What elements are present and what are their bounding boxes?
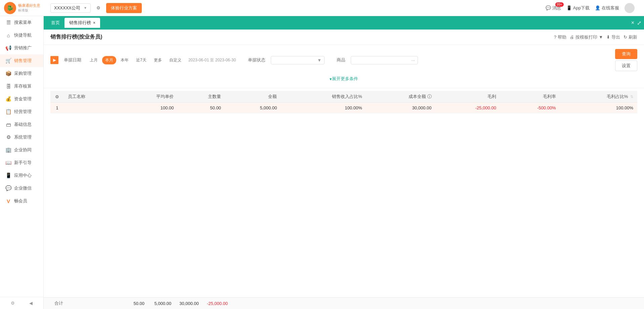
sidebar-item-member[interactable]: V 畅会员 bbox=[0, 195, 43, 207]
window-maximize-button[interactable]: ⤢ bbox=[637, 20, 641, 26]
sidebar-item-finance[interactable]: 💰 资金管理 bbox=[0, 93, 43, 105]
tab-right-actions: × ⤢ bbox=[631, 20, 641, 26]
date-pill-this-month[interactable]: 本月 bbox=[102, 56, 116, 64]
header-actions: ? 帮助 🖨 按模板打印 ▼ ⬇ 导出 ↻ bbox=[554, 34, 637, 40]
app-download-button[interactable]: 📱 App下载 bbox=[566, 5, 590, 11]
cell-amount: 5,000.00 bbox=[225, 103, 281, 113]
cost-info-icon[interactable]: ⓘ bbox=[427, 94, 432, 99]
top-right-area: 💬 消息 99+ 📱 App下载 👤 在线客服 bbox=[546, 3, 640, 13]
footer-gross: -25,000.00 bbox=[203, 301, 232, 306]
window-close-button[interactable]: × bbox=[631, 20, 634, 26]
logo-text: 畅康通好生意 bbox=[18, 3, 40, 8]
member-icon: V bbox=[5, 198, 11, 204]
footer-quantity: 50.00 bbox=[122, 301, 148, 306]
app-center-icon: 📱 bbox=[5, 172, 11, 178]
query-button[interactable]: 查询 bbox=[615, 49, 637, 59]
sidebar-item-app-center[interactable]: 📱 应用中心 bbox=[0, 169, 43, 182]
template-print-button[interactable]: 🖨 按模板打印 ▼ bbox=[570, 34, 603, 40]
col-quantity: 主数量 bbox=[178, 91, 225, 103]
date-pill-last-month[interactable]: 上月 bbox=[87, 56, 101, 64]
settings-icon[interactable]: ⚙ bbox=[93, 3, 103, 13]
tab-home[interactable]: 首页 bbox=[46, 18, 65, 28]
date-pill-more[interactable]: 更多 bbox=[151, 56, 165, 64]
message-badge: 99+ bbox=[555, 2, 564, 7]
expand-more-conditions[interactable]: ▾ 展开更多条件 bbox=[50, 74, 637, 84]
table-row: 1 100.00 50.00 5,000.00 100.00% 30,000.0… bbox=[50, 103, 637, 113]
sidebar-item-enterprise[interactable]: 🏢 企业协同 bbox=[0, 144, 43, 156]
sidebar-item-system[interactable]: ⚙ 系统管理 bbox=[0, 131, 43, 144]
cell-gross-rate: -500.00% bbox=[500, 103, 560, 113]
sidebar-item-search[interactable]: ☰ 搜索菜单 bbox=[0, 16, 43, 29]
sidebar-item-marketing[interactable]: 📢 营销推广 bbox=[0, 42, 43, 54]
chevron-down-icon: ▼ bbox=[84, 6, 87, 10]
col-avg-price: 平均单价 bbox=[121, 91, 178, 103]
finance-icon: 💰 bbox=[5, 96, 11, 102]
logo-area: 🐉 畅康通好生意 标准版 bbox=[4, 2, 48, 14]
sidebar-item-label: 应用中心 bbox=[14, 172, 32, 178]
cell-sales-pct: 100.00% bbox=[281, 103, 366, 113]
date-range: 2023-06-01 至 2023-06-30 bbox=[188, 57, 236, 63]
tab-sales-ranking[interactable]: 销售排行榜 × bbox=[65, 18, 100, 28]
tab-home-label: 首页 bbox=[51, 20, 60, 26]
settings-button[interactable]: 设置 bbox=[615, 60, 637, 71]
sidebar-item-label: 采购管理 bbox=[14, 70, 32, 76]
col-gross-pct: 毛利占比% ⇅ bbox=[560, 91, 637, 103]
footer-amount: 5,000.00 bbox=[148, 301, 175, 306]
sidebar-item-label: 基础信息 bbox=[14, 121, 32, 127]
page-title: 销售排行榜(按业务员) bbox=[50, 34, 554, 41]
filter-collapse-arrow[interactable]: ▶ bbox=[50, 56, 58, 64]
sidebar-item-purchase[interactable]: 📦 采购管理 bbox=[0, 67, 43, 80]
basic-info-icon: 🗃 bbox=[5, 122, 11, 127]
guide-icon: 📖 bbox=[5, 160, 11, 166]
sidebar-settings-icon[interactable]: ⚙ bbox=[11, 301, 15, 306]
top-bar: 🐉 畅康通好生意 标准版 XXXXXX公司 ▼ ⚙ 体验行业方案 💬 消息 99… bbox=[0, 0, 644, 16]
date-pill-this-year[interactable]: 本年 bbox=[118, 56, 132, 64]
help-button[interactable]: ? 帮助 bbox=[554, 34, 566, 40]
sidebar-item-label: 系统管理 bbox=[14, 134, 32, 140]
gross-pct-sort-icon[interactable]: ⇅ bbox=[630, 95, 633, 99]
company-name: XXXXXX公司 bbox=[54, 5, 82, 11]
goods-select[interactable]: ··· bbox=[351, 56, 418, 64]
refresh-button[interactable]: ↻ 刷新 bbox=[624, 34, 637, 40]
sidebar-item-guide[interactable]: 📖 新手引导 bbox=[0, 156, 43, 169]
online-service-button[interactable]: 👤 在线客服 bbox=[595, 5, 619, 11]
cell-name bbox=[64, 103, 121, 113]
sidebar-item-quick-nav[interactable]: ⌂ 快捷导航 bbox=[0, 29, 43, 42]
trial-button[interactable]: 体验行业方案 bbox=[106, 3, 142, 13]
col-cost: 成本全额 ⓘ bbox=[366, 91, 436, 103]
sidebar-item-inventory[interactable]: 🗄 库存核算 bbox=[0, 80, 43, 93]
sidebar-item-label: 快捷导航 bbox=[14, 32, 32, 38]
app-download-label: App下载 bbox=[573, 5, 590, 11]
enterprise-icon: 🏢 bbox=[5, 147, 11, 153]
export-button[interactable]: ⬇ 导出 bbox=[606, 34, 620, 40]
system-icon: ⚙ bbox=[5, 134, 11, 140]
tab-close-icon[interactable]: × bbox=[93, 20, 95, 25]
template-print-label: 按模板打印 bbox=[575, 34, 597, 40]
sidebar-item-label: 库存核算 bbox=[14, 83, 32, 89]
sidebar-collapse-icon[interactable]: ◀ bbox=[29, 301, 33, 306]
sidebar-item-basic-info[interactable]: 🗃 基础信息 bbox=[0, 118, 43, 131]
expand-icon: ▾ bbox=[330, 76, 332, 82]
sidebar-item-label: 销售管理 bbox=[14, 58, 32, 64]
expand-label: 展开更多条件 bbox=[332, 76, 358, 82]
table-footer: 合计 50.00 5,000.00 30,000.00 -25,000.00 bbox=[44, 297, 644, 309]
print-icon: 🖨 bbox=[570, 35, 574, 40]
sidebar-item-operations[interactable]: 📋 经营管理 bbox=[0, 105, 43, 118]
service-icon: 👤 bbox=[595, 5, 600, 10]
cell-avg-price: 100.00 bbox=[121, 103, 178, 113]
avatar[interactable] bbox=[625, 3, 635, 13]
company-selector[interactable]: XXXXXX公司 ▼ bbox=[50, 3, 91, 13]
date-pill-custom[interactable]: 自定义 bbox=[166, 56, 184, 64]
help-label: 帮助 bbox=[558, 34, 566, 40]
ranking-table: ⚙ 员工名称 平均单价 主数量 全额 销售收入占比% 成本全额 ⓘ 毛利 毛利率… bbox=[50, 91, 637, 113]
col-settings[interactable]: ⚙ bbox=[50, 91, 64, 103]
status-select[interactable]: ▼ bbox=[271, 56, 325, 64]
cell-gross-pct: 100.00% bbox=[560, 103, 637, 113]
message-button[interactable]: 💬 消息 99+ bbox=[546, 5, 561, 11]
sidebar-item-sales[interactable]: 🛒 销售管理 bbox=[0, 54, 43, 67]
date-pill-7days[interactable]: 近7天 bbox=[133, 56, 149, 64]
sidebar-item-wechat[interactable]: 💬 企业微信 bbox=[0, 182, 43, 195]
export-label: 导出 bbox=[611, 34, 620, 40]
download-icon: 📱 bbox=[566, 5, 572, 10]
print-dropdown-icon: ▼ bbox=[599, 35, 603, 40]
